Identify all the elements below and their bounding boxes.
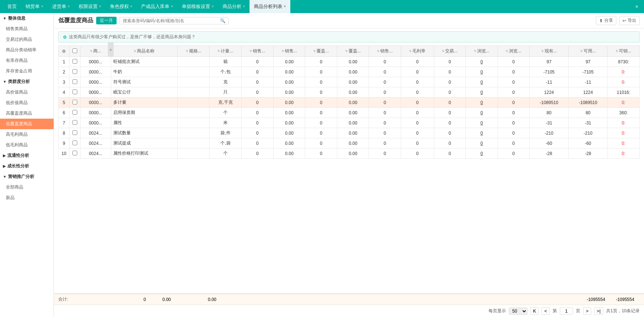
- cell-checkbox[interactable]: [70, 118, 80, 128]
- row-checkbox[interactable]: [72, 140, 77, 145]
- footer-current: -1095554: [581, 297, 610, 302]
- cell-checkbox[interactable]: [70, 138, 80, 148]
- cell-sales2: 0.00: [273, 108, 305, 118]
- sidebar-item-stock-capital[interactable]: 库存资金占用: [0, 66, 54, 76]
- cell-browse1[interactable]: 0: [466, 87, 498, 98]
- next-page-btn[interactable]: >: [583, 307, 591, 315]
- cell-browse1[interactable]: 0: [466, 108, 498, 118]
- nav-close-analysis[interactable]: ×: [243, 0, 245, 13]
- sidebar-item-traded-goods[interactable]: 交易过的商品: [0, 34, 54, 45]
- last-page-btn[interactable]: >|: [594, 307, 603, 315]
- row-checkbox[interactable]: [72, 110, 77, 115]
- cell-unit: 个: [209, 108, 242, 118]
- sidebar-section-growth[interactable]: ▶ 成长性分析: [0, 161, 54, 171]
- sidebar-section-overall[interactable]: ▼ 整体信息: [0, 13, 54, 24]
- page-size-select[interactable]: 50 100 200: [509, 308, 527, 315]
- col-settings[interactable]: ⚙: [59, 46, 70, 57]
- share-btn[interactable]: ⬆ 分享: [596, 16, 616, 25]
- cell-browse1[interactable]: 0: [466, 118, 498, 128]
- sidebar-item-all-goods[interactable]: 全部商品: [0, 182, 54, 193]
- cell-checkbox[interactable]: [70, 108, 80, 118]
- sidebar-item-new-goods[interactable]: 新品: [0, 193, 54, 203]
- cell-spec: [177, 67, 209, 77]
- col-name: ⇅商品名称: [111, 46, 177, 57]
- nav-template[interactable]: 单据模板设置 ×: [177, 0, 218, 13]
- page-number-input[interactable]: [560, 308, 573, 314]
- cell-browse1[interactable]: 0: [466, 148, 498, 159]
- nav-analysis-list[interactable]: 商品分析列表 ×: [250, 0, 290, 13]
- nav-close-sales[interactable]: ×: [41, 0, 43, 13]
- export-btn[interactable]: ↩ 导出: [619, 16, 640, 25]
- cell-checkbox[interactable]: [70, 148, 80, 159]
- prev-page-btn[interactable]: <: [542, 307, 550, 315]
- cell-sellable: 360:: [608, 108, 640, 118]
- cell-browse1[interactable]: 0: [466, 77, 498, 87]
- nav-close-purchase[interactable]: ×: [68, 0, 70, 13]
- sidebar-item-high-value[interactable]: 高价值商品: [0, 87, 54, 98]
- cell-sales3: 0: [369, 98, 401, 108]
- cell-checkbox[interactable]: [70, 98, 80, 108]
- sidebar-item-low-value[interactable]: 低价值商品: [0, 98, 54, 108]
- cell-coverage2: 0.00: [337, 148, 369, 159]
- nav-close-product-in[interactable]: ×: [171, 0, 173, 13]
- first-page-btn[interactable]: K: [530, 307, 539, 315]
- nav-analysis[interactable]: 商品分析 ×: [218, 0, 250, 13]
- nav-close-all-btn[interactable]: ×: [632, 2, 641, 11]
- cell-browse1[interactable]: 0: [466, 67, 498, 77]
- col-browse2: ⇅浏览...: [498, 46, 529, 57]
- nav-home[interactable]: 首页: [3, 0, 21, 13]
- select-all-checkbox[interactable]: [72, 48, 77, 53]
- sidebar-section-circulation[interactable]: ▶ 流通性分析: [0, 150, 54, 161]
- settings-icon[interactable]: ⚙: [62, 49, 66, 54]
- search-icon[interactable]: 🔍: [220, 18, 225, 23]
- cell-checkbox[interactable]: [70, 128, 80, 138]
- sidebar-item-low-coverage[interactable]: 低覆盖度商品: [0, 119, 54, 129]
- row-checkbox[interactable]: [72, 59, 77, 64]
- nav-close-analysis-list[interactable]: ×: [284, 0, 286, 13]
- col-checkbox[interactable]: [70, 46, 80, 57]
- row-checkbox[interactable]: [72, 100, 77, 104]
- cell-checkbox[interactable]: [70, 67, 80, 77]
- nav-permission[interactable]: 权限设置 ×: [74, 0, 106, 13]
- cell-browse1[interactable]: 0: [466, 128, 498, 138]
- table-row: 8 0024... 测试数量 袋,件 0 0.00 0 0.00 0 0 0 0…: [59, 128, 640, 138]
- sidebar-item-high-coverage[interactable]: 高覆盖度商品: [0, 108, 54, 119]
- row-checkbox[interactable]: [72, 79, 77, 84]
- sidebar-section-cluster[interactable]: ▼ 类群度分析: [0, 76, 54, 87]
- cell-name: 牛奶: [111, 67, 177, 77]
- cell-browse1[interactable]: 0: [466, 98, 498, 108]
- sidebar-item-low-margin[interactable]: 低毛利商品: [0, 140, 54, 150]
- cell-code: 0000...: [80, 77, 111, 87]
- cell-checkbox[interactable]: [70, 57, 80, 67]
- cell-name: 属性价格打印测试: [111, 148, 177, 159]
- filter-period-btn[interactable]: 近一月: [96, 17, 117, 24]
- cell-checkbox[interactable]: [70, 87, 80, 98]
- sidebar-item-sales-goods[interactable]: 销售类商品: [0, 24, 54, 34]
- row-checkbox[interactable]: [72, 151, 77, 155]
- nav-close-template[interactable]: ×: [212, 0, 214, 13]
- cell-browse1[interactable]: 0: [466, 57, 498, 67]
- row-checkbox[interactable]: [72, 120, 77, 125]
- cell-trade: 0: [434, 148, 466, 159]
- sidebar-item-high-margin[interactable]: 高毛利商品: [0, 129, 54, 140]
- sidebar-collapse-btn[interactable]: «: [108, 42, 114, 57]
- row-checkbox[interactable]: [72, 69, 77, 74]
- row-checkbox[interactable]: [72, 90, 77, 94]
- nav-sales[interactable]: 销货单 ×: [21, 0, 48, 13]
- cell-browse2: 0: [498, 128, 529, 138]
- row-checkbox[interactable]: [72, 130, 77, 135]
- sidebar-item-in-stock[interactable]: 有库存商品: [0, 55, 54, 66]
- cell-checkbox[interactable]: [70, 77, 80, 87]
- sidebar-item-category-sales-rate[interactable]: 商品分类动销率: [0, 45, 54, 55]
- sidebar-section-marketing[interactable]: ▼ 营销推广分析: [0, 171, 54, 182]
- nav-close-role[interactable]: ×: [130, 0, 133, 13]
- nav-role[interactable]: 角色授权 ×: [106, 0, 137, 13]
- search-input[interactable]: [123, 18, 220, 23]
- nav-close-permission[interactable]: ×: [99, 0, 101, 13]
- cell-browse1[interactable]: 0: [466, 138, 498, 148]
- data-table: ⚙ ⇅商... ⇅商品名称 ⇅规格...: [58, 45, 640, 159]
- nav-product-in[interactable]: 产成品入库单 ×: [137, 0, 177, 13]
- table-container[interactable]: ⚙ ⇅商... ⇅商品名称 ⇅规格...: [54, 45, 644, 293]
- page-size-label: 每页显示: [488, 308, 506, 314]
- nav-purchase[interactable]: 进货单 ×: [48, 0, 74, 13]
